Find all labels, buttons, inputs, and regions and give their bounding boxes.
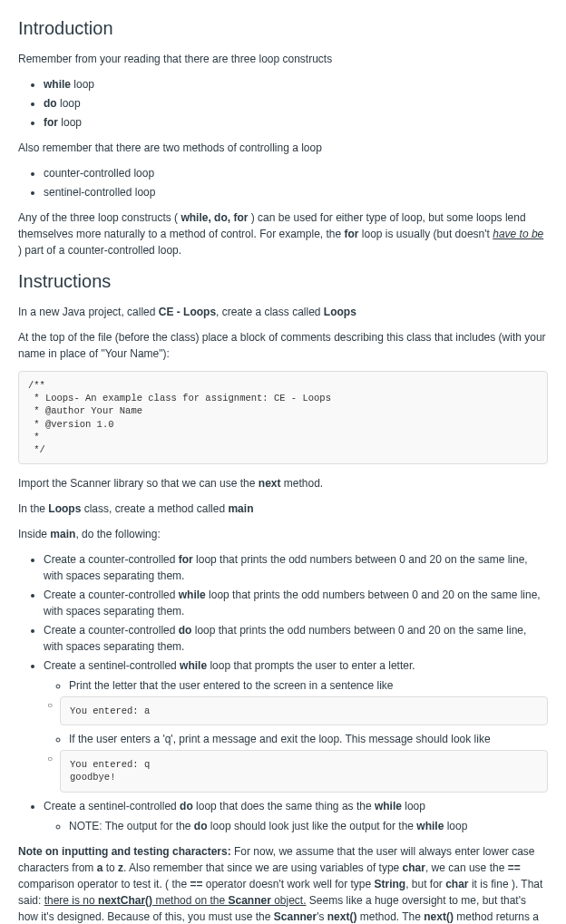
instr-paragraph-1: In a new Java project, called CE - Loops… <box>18 304 548 320</box>
list-item: Print the letter that the user entered t… <box>69 677 548 694</box>
list-item: do loop <box>44 95 548 112</box>
list-item: for loop <box>44 114 548 131</box>
list-item: Create a counter-controlled while loop t… <box>44 587 548 619</box>
list-item: counter-controlled loop <box>44 165 548 181</box>
introduction-heading: Introduction <box>18 15 548 42</box>
nested-code-row: ○ You entered: q goodbye! <box>44 750 548 792</box>
tasks-list: Create a counter-controlled for loop tha… <box>18 551 548 834</box>
list-item: sentinel-controlled loop <box>44 184 548 200</box>
list-item: If the user enters a 'q', print a messag… <box>69 731 548 747</box>
code-block-output: You entered: a <box>60 696 548 725</box>
intro-paragraph-2: Also remember that there are two methods… <box>18 140 548 156</box>
instr-paragraph-5: Inside main, do the following: <box>18 526 548 542</box>
bullet-icon: ○ <box>44 750 53 768</box>
instr-paragraph-3: Import the Scanner library so that we ca… <box>18 475 548 491</box>
list-item: Create a counter-controlled do loop that… <box>44 622 548 655</box>
nested-code-row: ○ You entered: a <box>44 696 548 725</box>
bullet-icon: ○ <box>44 696 53 715</box>
control-methods-list: counter-controlled loop sentinel-control… <box>18 165 548 200</box>
instructions-heading: Instructions <box>18 267 548 295</box>
char-note-paragraph: Note on inputting and testing characters… <box>18 843 548 924</box>
instr-paragraph-4: In the Loops class, create a method call… <box>18 501 548 517</box>
list-item: NOTE: The output for the do loop should … <box>69 818 548 834</box>
code-block-output: You entered: q goodbye! <box>60 750 548 792</box>
list-item: Create a counter-controlled for loop tha… <box>44 551 548 584</box>
list-item: Create a sentinel-controlled while loop … <box>44 657 548 793</box>
code-block-comment: /** * Loops- An example class for assign… <box>18 371 548 464</box>
instr-paragraph-2: At the top of the file (before the class… <box>18 329 548 362</box>
intro-paragraph-3: Any of the three loop constructs ( while… <box>18 209 548 258</box>
loop-constructs-list: while loop do loop for loop <box>18 76 548 131</box>
intro-paragraph-1: Remember from your reading that there ar… <box>18 51 548 67</box>
list-item: while loop <box>44 76 548 92</box>
list-item: Create a sentinel-controlled do loop tha… <box>44 798 548 834</box>
